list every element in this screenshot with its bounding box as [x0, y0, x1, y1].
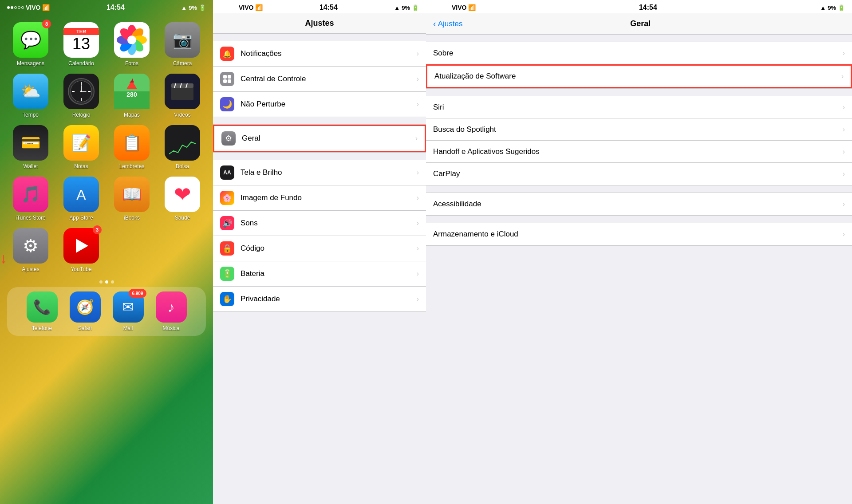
page-indicator [0, 277, 213, 287]
settings-row-display[interactable]: AA Tela e Brilho › [213, 160, 426, 185]
battery-2: ▲ 9% 🔋 [394, 4, 419, 11]
settings-row-control-center[interactable]: Central de Controle › [213, 67, 426, 92]
accessibility-label: Acessibilidade [433, 200, 843, 209]
carplay-chevron: › [843, 170, 845, 178]
control-center-chevron: › [417, 75, 419, 83]
geral-row-sobre[interactable]: Sobre › [426, 42, 852, 64]
control-center-icon [220, 72, 234, 86]
app-label-settings: Ajustes [22, 266, 39, 272]
geral-row-carplay[interactable]: CarPlay › [426, 163, 852, 185]
battery-percent: 9% [189, 4, 197, 11]
back-button[interactable]: ‹ Ajustes [433, 19, 462, 29]
app-icon-health: ❤ [165, 177, 200, 212]
svg-rect-31 [228, 75, 231, 79]
app-icon-safari: 🧭 [70, 291, 101, 323]
geral-title: Geral [462, 19, 818, 28]
sobre-label: Sobre [433, 49, 843, 58]
dock-mail[interactable]: ✉ 6.909 Mail [113, 291, 144, 331]
app-youtube[interactable]: 3 YouTube [59, 228, 103, 272]
code-chevron: › [417, 244, 419, 252]
geral-row-siri[interactable]: Siri › [426, 96, 852, 118]
geral-label: Geral [242, 134, 415, 143]
wallpaper-chevron: › [417, 194, 419, 202]
settings-row-code[interactable]: 🔒 Código › [213, 236, 426, 261]
app-icon-videos [165, 74, 200, 109]
app-label-stocks: Bolsa [176, 163, 189, 169]
app-label-photos: Fotos [125, 60, 138, 67]
status-bar-panel3: VIVO 📶 14:54 ▲ 9% 🔋 [426, 0, 852, 13]
app-settings[interactable]: ⚙ Ajustes ↓ [9, 228, 52, 272]
app-health[interactable]: ❤ Saúde [161, 177, 204, 221]
app-icon-youtube: 3 [63, 228, 99, 264]
app-weather[interactable]: ⛅ Tempo [9, 74, 52, 118]
app-icon-ibooks: 📖 [114, 177, 150, 212]
app-appstore[interactable]: A App Store [59, 177, 103, 221]
app-ibooks[interactable]: 📖 iBooks [110, 177, 154, 221]
display-chevron: › [417, 169, 419, 177]
storage-chevron: › [843, 230, 845, 238]
carplay-label: CarPlay [433, 169, 843, 178]
dock-phone[interactable]: 📞 Telefone [27, 291, 58, 331]
control-center-label: Central de Controle [241, 75, 417, 83]
app-label-messages: Mensagens [17, 60, 44, 67]
app-photos[interactable]: Fotos [110, 22, 154, 67]
geral-row-spotlight[interactable]: Busca do Spotlight › [426, 118, 852, 141]
app-label-maps: Mapas [124, 112, 140, 118]
s2-dot5 [234, 6, 237, 9]
signal-dot-2 [11, 6, 13, 9]
app-reminders[interactable]: 📋 Lembretes [110, 125, 154, 169]
software-update-label: Atualização de Software [434, 72, 841, 81]
settings-row-sounds[interactable]: 🔊 Sons › [213, 211, 426, 236]
privacy-icon: ✋ [220, 292, 234, 306]
dock-safari[interactable]: 🧭 Safari [70, 291, 101, 331]
app-icon-itunes: 🎵 [13, 177, 48, 212]
app-icon-maps: 280 [114, 74, 150, 109]
app-videos[interactable]: Vídeos [161, 74, 204, 118]
s2-dot3 [227, 6, 230, 9]
app-camera[interactable]: 📷 Câmera [161, 22, 204, 67]
app-clock[interactable]: Relógio [59, 74, 103, 118]
carrier-name: VIVO [26, 4, 40, 11]
app-label-appstore: App Store [69, 215, 93, 221]
s3-dot3 [440, 6, 443, 9]
geral-row-software-update[interactable]: Atualização de Software › [426, 64, 852, 88]
status-bar-panel2: VIVO 📶 14:54 ▲ 9% 🔋 [213, 0, 426, 13]
geral-section-1: Sobre › Atualização de Software › [426, 42, 852, 89]
geral-row-accessibility[interactable]: Acessibilidade › [426, 193, 852, 215]
app-wallet[interactable]: 💳 Wallet [9, 125, 52, 169]
page-dot-2 [105, 280, 108, 284]
app-grid: 💬 8 Mensagens ter 13 Calendário [0, 13, 213, 277]
app-label-weather: Tempo [23, 112, 39, 118]
settings-row-do-not-disturb[interactable]: 🌙 Não Perturbe › [213, 92, 426, 117]
location-icon: ▲ [181, 4, 187, 11]
settings-row-privacy[interactable]: ✋ Privacidade › [213, 287, 426, 311]
handoff-chevron: › [843, 148, 845, 156]
app-label-music: Música [162, 325, 179, 331]
app-calendar[interactable]: ter 13 Calendário [59, 22, 103, 67]
app-label-reminders: Lembretes [119, 163, 145, 169]
settings-row-wallpaper[interactable]: 🌸 Imagem de Fundo › [213, 185, 426, 211]
app-itunes[interactable]: 🎵 iTunes Store [9, 177, 52, 221]
s3-dot2 [437, 6, 439, 9]
app-stocks[interactable]: Bolsa [161, 125, 204, 169]
clock-face [68, 78, 95, 105]
settings-row-battery[interactable]: 🔋 Bateria › [213, 261, 426, 287]
app-maps[interactable]: 280 Mapas [110, 74, 154, 118]
app-label-phone: Telefone [32, 325, 52, 331]
notifications-label: Notificações [241, 49, 417, 58]
settings-row-notifications[interactable]: 🔔 Notificações › [213, 41, 426, 67]
clock-2: 14:54 [320, 4, 338, 12]
battery-label: Bateria [241, 269, 417, 278]
app-label-notes: Notas [74, 163, 88, 169]
app-label-wallet: Wallet [24, 163, 38, 169]
app-messages[interactable]: 💬 8 Mensagens [9, 22, 52, 67]
dock-music[interactable]: ♪ Música [156, 291, 187, 331]
s3-dot5 [447, 6, 450, 9]
app-label-calendar: Calendário [68, 60, 94, 67]
geral-row-handoff[interactable]: Handoff e Aplicativos Sugeridos › [426, 141, 852, 163]
geral-section-2: Siri › Busca do Spotlight › Handoff e Ap… [426, 96, 852, 185]
app-icon-camera: 📷 [165, 22, 200, 58]
app-notes[interactable]: 📝 Notas [59, 125, 103, 169]
geral-row-storage[interactable]: Armazenamento e iCloud › [426, 223, 852, 245]
settings-row-geral[interactable]: ⚙ Geral › [213, 125, 426, 152]
